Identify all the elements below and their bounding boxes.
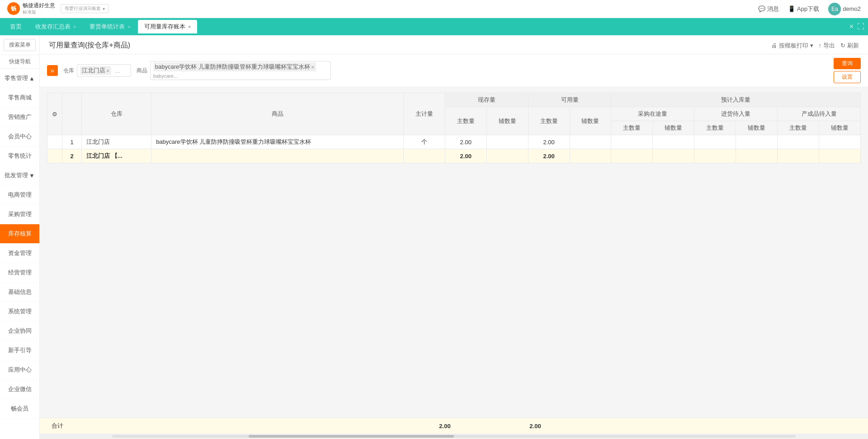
sidebar-item-retail-store[interactable]: 零售商城 — [0, 88, 39, 108]
warehouse-tag-close[interactable]: × — [106, 67, 110, 74]
settings-btn[interactable]: 设置 — [834, 71, 861, 83]
col-rownum — [62, 93, 82, 135]
sidebar-item-apps[interactable]: 应用中心 — [0, 360, 39, 380]
close-window-btn[interactable]: × — [849, 23, 854, 31]
horizontal-scrollbar[interactable] — [40, 434, 868, 439]
sidebar-item-ecommerce-label: 电商管理 — [8, 191, 32, 199]
print-dropdown-icon: ▾ — [810, 42, 813, 49]
sidebar-item-member-label: 会员中心 — [8, 132, 32, 141]
expand-filter-btn[interactable]: » — [47, 65, 58, 76]
row-purchase-aux — [653, 135, 694, 149]
print-btn[interactable]: 🖨 按模板打印 ▾ — [771, 42, 813, 50]
app-download-btn[interactable]: 📱 App下载 — [788, 5, 819, 13]
sidebar-item-finance[interactable]: 资金管理 — [0, 244, 39, 263]
app-label: App下载 — [797, 5, 819, 13]
col-avail-aux: 辅数量 — [570, 107, 611, 135]
sidebar: 搜索菜单 快捷导航 零售管理 ▲ 零售商城 营销推广 会员中心 零售统计 批发管… — [0, 35, 40, 439]
subtotal-avail-main: 2.00 — [528, 149, 570, 163]
tab-orders-label: 要货单统计表 — [90, 23, 125, 31]
sidebar-item-basic-info-label: 基础信息 — [8, 288, 32, 296]
search-menu-btn[interactable]: 搜索菜单 — [4, 39, 36, 51]
scroll-thumb[interactable] — [249, 435, 454, 438]
tab-orders-close[interactable]: × — [127, 24, 130, 29]
sidebar-item-operations[interactable]: 经营管理 — [0, 263, 39, 283]
refresh-btn[interactable]: ↻ 刷新 — [840, 42, 859, 50]
sidebar-item-retail-stats[interactable]: 零售统计 — [0, 146, 39, 166]
product-filter-tags[interactable]: babycare学饮杯 儿童防摔防撞吸管杯重力球吸嘴杯宝宝水杯 × babyca… — [150, 61, 331, 80]
account-selector-label: 母婴行业演示账套 — [65, 5, 101, 12]
sidebar-item-marketing[interactable]: 营销推广 — [0, 108, 39, 127]
sidebar-item-inventory-check[interactable]: 库存核算 — [0, 224, 39, 244]
query-btn[interactable]: 查询 — [834, 58, 861, 69]
user-name: demo2 — [843, 5, 861, 12]
product-filter-label: 商品 — [137, 67, 147, 75]
table-container[interactable]: ⚙ 仓库 商品 主计量 现存量 可用量 预计入库量 主数量 辅数量 主数量 辅数… — [40, 87, 868, 418]
message-label: 消息 — [767, 5, 779, 13]
sidebar-item-guide[interactable]: 新手引导 — [0, 341, 39, 360]
sidebar-item-apps-label: 应用中心 — [8, 366, 32, 374]
top-bar-left: 畅 畅捷通好生意 标准版 母婴行业演示账套 ▾ — [7, 2, 109, 15]
row-num: 1 — [62, 135, 82, 149]
sidebar-item-operations-label: 经营管理 — [8, 269, 32, 277]
message-btn[interactable]: 💬 消息 — [758, 5, 779, 13]
content-area: 可用量查询(按仓库+商品) 🖨 按模板打印 ▾ ↑ 导出 ↻ 刷新 » — [40, 35, 868, 439]
sidebar-item-guide-label: 新手引导 — [8, 346, 32, 354]
sidebar-item-member2[interactable]: 畅会员 — [0, 399, 39, 419]
refresh-label: 刷新 — [847, 42, 859, 50]
sidebar-item-system[interactable]: 系统管理 — [0, 302, 39, 321]
subtotal-stock-main: 2.00 — [445, 149, 486, 163]
warehouse-tag-jibei: 江北门店 × — [80, 66, 112, 75]
tab-inventory-close[interactable]: × — [188, 24, 191, 29]
sidebar-item-retail-stats-label: 零售统计 — [8, 152, 32, 160]
product-filter-more[interactable]: babycare... — [153, 73, 178, 79]
warehouse-filter-tags[interactable]: 江北门店 × ... — [77, 64, 131, 77]
product-tag-close[interactable]: × — [311, 64, 315, 71]
tab-inventory[interactable]: 可用量库存账本 × — [138, 20, 197, 33]
tab-inout-label: 收发存汇总表 — [35, 23, 71, 31]
sidebar-item-enterprise[interactable]: 企业协同 — [0, 321, 39, 341]
subtotal-purchase-aux — [653, 149, 694, 163]
footer-label: 合计 — [47, 422, 119, 430]
product-tag-babycare: babycare学饮杯 儿童防摔防撞吸管杯重力球吸嘴杯宝宝水杯 × — [153, 62, 316, 71]
col-product-pending-header: 产成品待入量 — [778, 107, 861, 121]
sidebar-item-member[interactable]: 会员中心 — [0, 127, 39, 146]
row-product: babycare学饮杯 儿童防摔防撞吸管杯重力球吸嘴杯宝宝水杯 — [151, 135, 404, 149]
sidebar-item-purchase-label: 采购管理 — [8, 210, 32, 218]
sidebar-item-batch-mgmt[interactable]: 批发管理 ▼ — [0, 166, 39, 185]
col-pending-inbound-header: 进货待入量 — [694, 107, 778, 121]
row-settings — [47, 135, 62, 149]
sidebar-item-basic-info[interactable]: 基础信息 — [0, 283, 39, 302]
sidebar-item-inventory-check-label: 库存核算 — [8, 230, 32, 238]
tab-home[interactable]: 首页 — [4, 20, 28, 33]
tab-orders[interactable]: 要货单统计表 × — [83, 20, 137, 33]
top-bar: 畅 畅捷通好生意 标准版 母婴行业演示账套 ▾ 💬 消息 📱 App下载 Ea … — [0, 0, 868, 18]
avatar: Ea — [828, 3, 841, 15]
tab-inout[interactable]: 收发存汇总表 × — [29, 20, 82, 33]
page-header: 可用量查询(按仓库+商品) 🖨 按模板打印 ▾ ↑ 导出 ↻ 刷新 — [40, 35, 868, 54]
sidebar-item-wechat[interactable]: 企业微信 — [0, 380, 39, 399]
account-selector[interactable]: 母婴行业演示账套 ▾ — [61, 4, 109, 13]
export-btn[interactable]: ↑ 导出 — [819, 42, 835, 50]
refresh-icon: ↻ — [840, 42, 845, 49]
user-profile[interactable]: Ea demo2 — [828, 3, 861, 15]
message-icon: 💬 — [758, 5, 765, 12]
row-pending-main — [694, 135, 736, 149]
subtotal-num: 2 — [62, 149, 82, 163]
app-icon: 📱 — [788, 5, 795, 12]
col-mainunit: 主计量 — [403, 93, 445, 135]
sidebar-item-finance-label: 资金管理 — [8, 249, 32, 257]
sidebar-search-area: 搜索菜单 — [0, 35, 39, 55]
sidebar-item-retail-mgmt[interactable]: 零售管理 ▲ — [0, 69, 39, 88]
print-label: 按模板打印 — [779, 42, 808, 50]
quick-nav-btn[interactable]: 快捷导航 — [0, 55, 39, 69]
warehouse-filter-ellipsis[interactable]: ... — [113, 67, 122, 74]
maximize-window-btn[interactable]: ⛶ — [857, 23, 864, 31]
col-settings[interactable]: ⚙ — [47, 93, 62, 135]
logo-area: 畅 畅捷通好生意 标准版 — [7, 2, 55, 15]
tab-inout-close[interactable]: × — [73, 24, 76, 29]
tab-inventory-label: 可用量库存账本 — [144, 23, 185, 31]
sidebar-item-ecommerce[interactable]: 电商管理 — [0, 185, 39, 205]
col-purchase-aux: 辅数量 — [653, 121, 694, 135]
sidebar-item-purchase[interactable]: 采购管理 — [0, 205, 39, 224]
warehouse-filter-group: 仓库 江北门店 × ... — [63, 64, 131, 77]
